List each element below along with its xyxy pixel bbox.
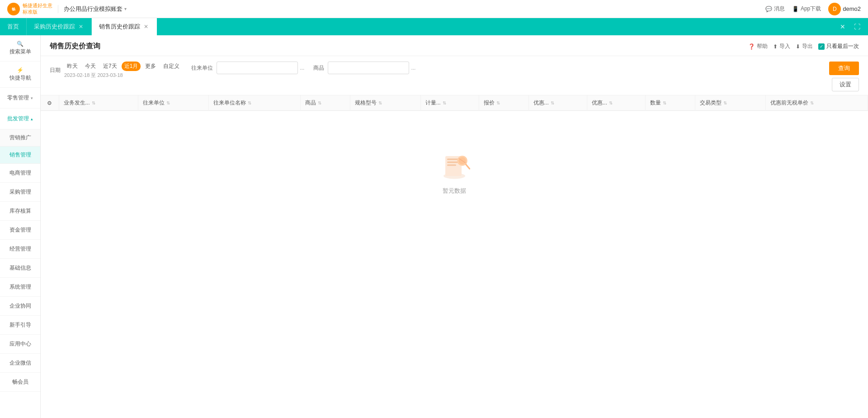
tab-sales-close-icon[interactable]: ✕: [143, 24, 149, 30]
col-quantity[interactable]: 数量 ⇅: [646, 95, 695, 111]
app-name-area[interactable]: 办公用品行业模拟账套 ▾: [58, 5, 127, 13]
sidebar-wholesale-label: 批发管理: [7, 115, 29, 123]
date-btn-1month[interactable]: 近1月: [122, 62, 141, 71]
col-product[interactable]: 商品 ⇅: [300, 95, 350, 111]
col-spec-label: 规格型号: [355, 99, 377, 107]
empty-text: 暂元数据: [443, 187, 466, 195]
help-btn[interactable]: ❓ 帮助: [748, 43, 768, 50]
date-btn-yesterday[interactable]: 昨天: [64, 62, 80, 71]
sort-unit-icon: ⇅: [443, 100, 446, 105]
message-icon: 💬: [765, 6, 772, 12]
sidebar-item-guide[interactable]: 新手引导: [0, 316, 40, 335]
sort-trade-type-icon: ⇅: [723, 100, 727, 105]
import-btn[interactable]: ⬆ 导入: [773, 43, 790, 50]
logo-area: 畅 畅捷通好生意 标准版: [7, 3, 52, 15]
date-range-text: 2023-02-18 至 2023-03-18: [64, 72, 182, 79]
date-btn-more[interactable]: 更多: [142, 62, 159, 71]
sort-pretax-price-icon: ⇅: [810, 100, 814, 105]
sidebar-ecommerce-label: 电商管理: [9, 169, 31, 177]
product-dots-icon[interactable]: ...: [411, 65, 415, 71]
tab-purchase-label: 采购历史价跟踪: [34, 23, 75, 31]
sidebar-system-label: 系统管理: [9, 283, 31, 291]
sort-discount1-icon: ⇅: [551, 100, 554, 105]
sidebar-purchase-label: 采购管理: [9, 188, 31, 196]
sidebar-item-quick-nav[interactable]: ⚡ 快捷导航: [0, 62, 40, 88]
col-discount2[interactable]: 优惠... ⇅: [587, 95, 646, 111]
sidebar-search-menu-label: 搜索菜单: [9, 48, 31, 56]
app-name: 办公用品行业模拟账套: [64, 5, 123, 13]
date-filter-group: 日期 昨天 今天 近7天 近1月 更多 自定义 2023-02-18 至 202…: [50, 62, 182, 79]
filter-left: 日期 昨天 今天 近7天 近1月 更多 自定义 2023-02-18 至 202…: [50, 62, 820, 79]
date-btn-today[interactable]: 今天: [82, 62, 99, 71]
col-spec[interactable]: 规格型号 ⇅: [350, 95, 420, 111]
wholesale-chevron-icon: ▴: [31, 117, 33, 121]
tab-purchase-history[interactable]: 采购历史价跟踪 ✕: [27, 18, 92, 35]
tab-sales-history[interactable]: 销售历史价跟踪 ✕: [92, 18, 157, 35]
only-last-checkbox[interactable]: ✓ 只看最后一次: [818, 43, 859, 50]
col-biz-date[interactable]: 业务发生... ⇅: [59, 95, 138, 111]
logo-icon: 畅: [7, 3, 20, 15]
sidebar-item-enterprise[interactable]: 企业协同: [0, 297, 40, 316]
col-partner-name[interactable]: 往来单位名称 ⇅: [209, 95, 300, 111]
maximize-btn[interactable]: ⛶: [852, 21, 863, 32]
sidebar-item-vip[interactable]: 畅会员: [0, 373, 40, 392]
app-download-btn[interactable]: 📱 App下载: [792, 5, 821, 13]
sidebar-basic-info-label: 基础信息: [9, 264, 31, 272]
svg-line-9: [466, 164, 470, 169]
col-quantity-label: 数量: [650, 99, 661, 107]
message-btn[interactable]: 💬 消息: [765, 5, 785, 13]
page-actions: ❓ 帮助 ⬆ 导入 ⬇ 导出 ✓ 只看最后一次: [748, 43, 859, 50]
sort-biz-date-icon: ⇅: [92, 100, 95, 105]
product-input[interactable]: [328, 62, 409, 74]
sidebar-item-wechat[interactable]: 企业微信: [0, 354, 40, 373]
sidebar-item-basic-info[interactable]: 基础信息: [0, 259, 40, 278]
date-btn-custom[interactable]: 自定义: [160, 62, 182, 71]
filter-row: 日期 昨天 今天 近7天 近1月 更多 自定义 2023-02-18 至 202…: [41, 56, 868, 95]
col-discount1[interactable]: 优惠... ⇅: [528, 95, 587, 111]
col-unit-label: 计量...: [425, 99, 441, 107]
sidebar-item-system[interactable]: 系统管理: [0, 278, 40, 297]
col-quote[interactable]: 报价 ⇅: [479, 95, 528, 111]
sidebar-item-operations[interactable]: 经营管理: [0, 240, 40, 259]
tab-home[interactable]: 首页: [0, 18, 27, 35]
sidebar-item-finance[interactable]: 资金管理: [0, 221, 40, 240]
sidebar-quick-nav-label: 快捷导航: [9, 74, 31, 82]
sidebar-item-sales-mgmt[interactable]: 销售管理: [0, 147, 40, 164]
col-discount2-label: 优惠...: [592, 99, 607, 107]
sidebar-item-wholesale-mgmt[interactable]: 批发管理 ▴: [0, 109, 40, 129]
col-trade-type[interactable]: 交易类型 ⇅: [695, 95, 766, 111]
sidebar-item-marketing[interactable]: 营销推广: [0, 129, 40, 147]
sort-partner-id-icon: ⇅: [166, 100, 170, 105]
date-filter-wrap: 昨天 今天 近7天 近1月 更多 自定义 2023-02-18 至 2023-0…: [64, 62, 182, 79]
sidebar-item-ecommerce[interactable]: 电商管理: [0, 164, 40, 183]
svg-text:畅: 畅: [12, 7, 15, 11]
sidebar-item-search-menu[interactable]: 🔍 搜索菜单: [0, 35, 40, 62]
sidebar-wechat-label: 企业微信: [9, 359, 31, 367]
col-partner-id[interactable]: 往来单位 ⇅: [138, 95, 208, 111]
partner-filter-group: 往来单位 ...: [191, 62, 304, 74]
col-settings[interactable]: ⚙: [41, 95, 59, 111]
tab-purchase-close-icon[interactable]: ✕: [78, 24, 84, 30]
download-icon: 📱: [792, 6, 799, 12]
sidebar-vip-label: 畅会员: [12, 378, 28, 386]
partner-dots-icon[interactable]: ...: [300, 65, 304, 71]
sidebar-sales-label: 销售管理: [9, 152, 31, 158]
sidebar-item-retail-mgmt[interactable]: 零售管理 ▾: [0, 88, 40, 109]
page-title: 销售历史价查询: [50, 42, 100, 51]
user-area[interactable]: D demo2: [828, 3, 861, 15]
export-btn[interactable]: ⬇ 导出: [796, 43, 813, 50]
export-icon: ⬇: [796, 43, 800, 50]
query-button[interactable]: 查询: [829, 62, 859, 75]
col-unit[interactable]: 计量... ⇅: [420, 95, 479, 111]
date-btn-7days[interactable]: 近7天: [100, 62, 120, 71]
partner-input[interactable]: [217, 62, 298, 74]
col-pretax-price[interactable]: 优惠前无税单价 ⇅: [766, 95, 868, 111]
sidebar-item-app-center[interactable]: 应用中心: [0, 335, 40, 354]
sidebar-item-inventory[interactable]: 库存核算: [0, 202, 40, 221]
col-partner-id-label: 往来单位: [143, 99, 165, 107]
close-all-tabs-btn[interactable]: ✕: [837, 21, 848, 32]
partner-input-wrap: ...: [217, 62, 304, 74]
settings-button[interactable]: 设置: [832, 78, 859, 91]
logo-text: 畅捷通好生意 标准版: [23, 3, 52, 14]
sidebar-item-purchase[interactable]: 采购管理: [0, 183, 40, 202]
